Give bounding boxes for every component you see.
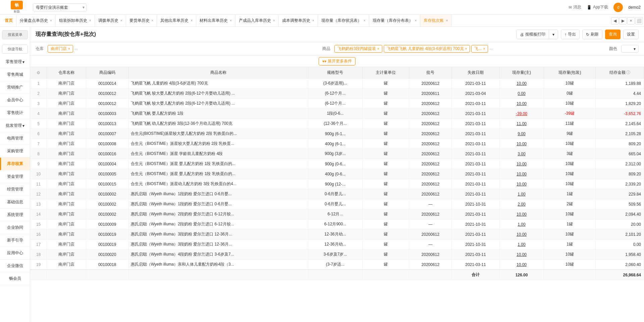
sidebar-item-purchase[interactable]: 采购管理 bbox=[0, 145, 30, 158]
td-qty-main[interactable]: 1.00 bbox=[499, 219, 544, 229]
tab-inventory-status-close[interactable]: × bbox=[364, 19, 366, 22]
td-name: 惠氏启聪（Wyeth illuma）3段奶粉 爱尔兰进口 12-36月... bbox=[128, 239, 308, 250]
sidebar-item-retail-mall[interactable]: 零售商城 bbox=[0, 68, 30, 81]
product-tag-2-close[interactable]: × bbox=[465, 47, 467, 51]
tab-combine[interactable]: 组装拆卸单历史 × bbox=[56, 15, 95, 27]
industry-select-wrap[interactable]: 母婴行业演示账套 bbox=[33, 3, 87, 11]
td-qty-main[interactable]: 10.00 bbox=[499, 179, 544, 189]
tab-maximize-btn[interactable]: ⬜ bbox=[635, 17, 643, 24]
query-btn[interactable]: 查询 bbox=[605, 30, 621, 39]
tab-pick[interactable]: 要货单历史 × bbox=[126, 15, 157, 27]
sidebar-item-guide[interactable]: 新手引导 bbox=[0, 234, 30, 247]
tab-product-in-close[interactable]: × bbox=[273, 19, 275, 22]
sidebar-item-member[interactable]: 会员中心 bbox=[0, 94, 30, 107]
app-download-btn[interactable]: 📱 App下载 bbox=[587, 4, 608, 10]
td-qty-main[interactable]: 2.00 bbox=[499, 199, 544, 209]
tab-combine-close[interactable]: × bbox=[89, 19, 91, 22]
td-qty-main[interactable]: 1.00 bbox=[499, 189, 544, 199]
tab-split[interactable]: 分量盘点单历史 × bbox=[16, 15, 56, 27]
tab-other-out-close[interactable]: × bbox=[191, 19, 193, 22]
sidebar-item-member2[interactable]: 畅会员 bbox=[0, 272, 30, 285]
logo[interactable]: 畅 标题 bbox=[3, 1, 30, 14]
sidebar-item-app-center[interactable]: 应用中心 bbox=[0, 247, 30, 260]
tab-material-out-close[interactable]: × bbox=[230, 19, 232, 22]
td-qty-main[interactable]: 0.00 bbox=[499, 89, 544, 99]
sidebar-item-basic[interactable]: 基础信息 bbox=[0, 196, 30, 209]
tab-mix-close[interactable]: × bbox=[120, 19, 122, 22]
tab-inventory-dist-close[interactable]: × bbox=[415, 19, 417, 22]
td-code: 00100007 bbox=[86, 129, 128, 139]
sidebar-item-marketing[interactable]: 营销推广 bbox=[0, 81, 30, 94]
tab-home[interactable]: 首页 bbox=[1, 15, 16, 27]
td-qty-main[interactable]: -39.00 bbox=[499, 109, 544, 119]
sidebar-item-retail-stats[interactable]: 零售统计 bbox=[0, 107, 30, 119]
product-tag-1[interactable]: 飞鹤奶粉3段丙罐提装 × bbox=[334, 45, 382, 53]
td-batch: 20200612 bbox=[409, 149, 452, 159]
td-qty-main[interactable]: 1.00 bbox=[499, 239, 544, 250]
sidebar-item-retail[interactable]: 零售管理 ▾ bbox=[0, 56, 30, 68]
warehouse-tag-1[interactable]: 南岸门店 × bbox=[48, 45, 73, 53]
settings-btn[interactable]: 设置 bbox=[623, 30, 639, 39]
print-dropdown-btn[interactable]: ▾ bbox=[549, 30, 558, 39]
settings-icon[interactable]: ⚙ bbox=[37, 70, 40, 75]
tab-batch-voucher-close[interactable]: × bbox=[446, 19, 448, 22]
td-qty-main[interactable]: 10.00 bbox=[499, 169, 544, 179]
avatar[interactable]: d bbox=[613, 3, 623, 12]
td-qty-main[interactable]: 10.00 bbox=[499, 99, 544, 109]
td-qty-main[interactable]: 10.00 bbox=[499, 139, 544, 149]
refresh-btn[interactable]: ↻ 刷新 bbox=[582, 30, 602, 39]
username[interactable]: demo2 bbox=[628, 5, 641, 10]
td-qty-main[interactable]: 10.00 bbox=[499, 209, 544, 219]
tab-cost-adjust-close[interactable]: × bbox=[312, 19, 314, 22]
sidebar-item-wholesale[interactable]: 批发管理 ▾ bbox=[0, 119, 30, 132]
td-qty-main[interactable]: 10.00 bbox=[499, 250, 544, 260]
expand-btn[interactable]: ▾▾ 展开更多条件 bbox=[319, 57, 356, 65]
product-tag-2[interactable]: 飞鹤星飞帆 儿童奶粉 4段(3-6岁适用) 700克 × bbox=[384, 45, 470, 53]
sidebar-item-finance[interactable]: 资金管理 bbox=[0, 170, 30, 183]
td-qty-main[interactable]: 10.00 bbox=[499, 229, 544, 239]
product-more[interactable]: ··· bbox=[489, 47, 493, 51]
tab-other-out[interactable]: 其他出库单历史 × bbox=[157, 15, 196, 27]
product-tag-1-close[interactable]: × bbox=[377, 47, 379, 51]
search-menu-btn[interactable]: 搜索菜单 bbox=[2, 30, 28, 39]
quick-nav-btn[interactable]: 快捷导航 bbox=[2, 45, 28, 54]
sidebar-item-enterprise[interactable]: 企业协同 bbox=[0, 221, 30, 234]
tab-inventory-dist[interactable]: 现存量（库存分布表） × bbox=[369, 15, 421, 27]
color-dropdown[interactable]: ▾ bbox=[621, 45, 639, 53]
tab-close-btn[interactable]: × bbox=[627, 17, 635, 24]
tab-prev-btn[interactable]: ◀ bbox=[611, 17, 619, 24]
td-qty-main[interactable]: 3.00 bbox=[499, 149, 544, 159]
product-tag-3-close[interactable]: × bbox=[483, 47, 485, 51]
warehouse-tag-1-close[interactable]: × bbox=[68, 47, 70, 51]
td-qty-main[interactable]: 10.00 bbox=[499, 78, 544, 89]
td-qty-main[interactable]: 10.00 bbox=[499, 159, 544, 169]
amount-info-icon[interactable]: ⓘ bbox=[626, 70, 630, 75]
table-row: 6 南岸门店 00100007 合生元(BIOSTIME)派星较大婴儿配方奶粉 … bbox=[30, 129, 644, 139]
tab-inventory-status[interactable]: 现存量（库存状况表） × bbox=[318, 15, 369, 27]
template-print-btn[interactable]: 🖨 按模板打印 bbox=[517, 30, 549, 39]
tab-mix[interactable]: 调拨单历史 × bbox=[95, 15, 126, 27]
td-qty-main[interactable]: 10.00 bbox=[499, 260, 544, 270]
td-qty-main[interactable]: 9.00 bbox=[499, 129, 544, 139]
sidebar-item-wechat[interactable]: 企业微信 bbox=[0, 260, 30, 272]
sidebar-item-inventory[interactable]: 库存核算 bbox=[0, 158, 30, 170]
sidebar-item-system[interactable]: 系统管理 bbox=[0, 209, 30, 221]
product-tag-3[interactable]: 飞... × bbox=[471, 45, 488, 53]
tab-next-btn[interactable]: ▶ bbox=[619, 17, 627, 24]
th-settings[interactable]: ⚙ bbox=[30, 67, 47, 78]
message-btn[interactable]: ✉ 消息 bbox=[569, 4, 581, 10]
tab-split-close[interactable]: × bbox=[50, 19, 52, 22]
tab-material-out[interactable]: 材料出库单历史 × bbox=[196, 15, 235, 27]
tab-batch-voucher[interactable]: 库存批次账 × bbox=[420, 15, 451, 27]
td-no: 9 bbox=[30, 159, 47, 169]
warehouse-more[interactable]: ··· bbox=[74, 47, 78, 51]
tab-cost-adjust[interactable]: 成本调整单历史 × bbox=[279, 15, 318, 27]
export-btn[interactable]: ↑ 导出 bbox=[561, 30, 580, 39]
td-qty-main[interactable]: 11.00 bbox=[499, 119, 544, 129]
tab-pick-close[interactable]: × bbox=[152, 19, 154, 22]
sidebar-item-operation[interactable]: 经营管理 bbox=[0, 183, 30, 196]
industry-select[interactable]: 母婴行业演示账套 bbox=[33, 3, 87, 11]
tab-product-in[interactable]: 产成品入库单历史 × bbox=[235, 15, 279, 27]
sidebar-item-ecom[interactable]: 电商管理 bbox=[0, 132, 30, 145]
table-header-row: ⚙ 仓库名称 商品编码 商品名称 规格型号 主计量单位 批号 失效日期 现存量(… bbox=[30, 67, 644, 78]
